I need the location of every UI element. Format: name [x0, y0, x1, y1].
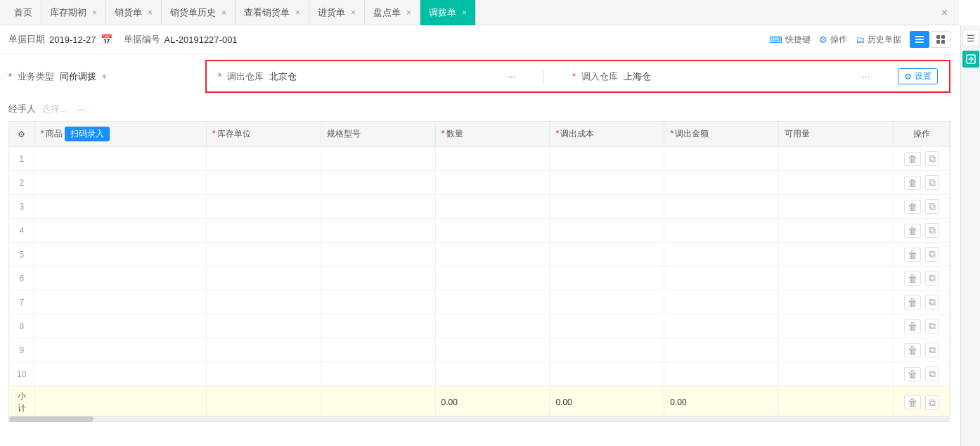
- row-copy-1[interactable]: ⧉: [925, 151, 939, 166]
- row-spec-3[interactable]: [321, 195, 435, 219]
- row-copy-6[interactable]: ⧉: [925, 271, 939, 286]
- row-unit-9[interactable]: [206, 338, 321, 362]
- row-unit-1[interactable]: [206, 147, 321, 171]
- row-copy-7[interactable]: ⧉: [925, 295, 939, 310]
- row-delete-10[interactable]: 🗑: [904, 367, 921, 381]
- row-copy-11[interactable]: ⧉: [925, 395, 939, 410]
- tab-stocktake[interactable]: 盘点单 ×: [365, 0, 420, 25]
- tab-close-view-sale[interactable]: ×: [295, 8, 300, 18]
- row-delete-4[interactable]: 🗑: [904, 224, 921, 238]
- row-cost-10[interactable]: [550, 362, 664, 386]
- table-scrollbar[interactable]: [8, 416, 950, 422]
- table-gear-icon[interactable]: ⚙: [15, 129, 29, 139]
- row-amount-10[interactable]: [664, 362, 779, 386]
- row-cost-8[interactable]: [550, 314, 664, 338]
- row-spec-10[interactable]: [321, 362, 435, 386]
- settings-button[interactable]: ⚙ 设置: [898, 68, 938, 84]
- row-amount-4[interactable]: [664, 219, 779, 243]
- tab-purchase[interactable]: 进货单 ×: [309, 0, 365, 25]
- row-amount-9[interactable]: [664, 338, 779, 362]
- row-delete-8[interactable]: 🗑: [904, 319, 921, 333]
- tab-close-purchase[interactable]: ×: [351, 8, 356, 18]
- row-copy-9[interactable]: ⧉: [925, 343, 939, 357]
- list-view-btn[interactable]: [910, 31, 929, 48]
- row-spec-6[interactable]: [321, 267, 435, 291]
- row-spec-4[interactable]: [321, 219, 435, 243]
- tab-home[interactable]: 首页: [6, 0, 41, 25]
- row-product-7[interactable]: [34, 291, 206, 314]
- row-copy-5[interactable]: ⧉: [925, 247, 939, 262]
- row-delete-7[interactable]: 🗑: [904, 295, 921, 310]
- row-qty-8[interactable]: [435, 314, 550, 338]
- grid-view-btn[interactable]: [931, 31, 950, 48]
- row-cost-4[interactable]: [550, 219, 664, 243]
- row-unit-8[interactable]: [206, 314, 321, 338]
- warehouse-in-more[interactable]: ···: [862, 71, 870, 82]
- row-delete-5[interactable]: 🗑: [904, 248, 921, 262]
- row-product-4[interactable]: [34, 219, 206, 243]
- row-cost-1[interactable]: [550, 147, 664, 171]
- calendar-icon[interactable]: 📅: [101, 34, 112, 45]
- scan-btn[interactable]: 扫码录入: [65, 127, 110, 141]
- tab-close-inventory-init[interactable]: ×: [92, 8, 97, 18]
- history-btn[interactable]: 🗂 历史单据: [856, 34, 901, 46]
- row-product-5[interactable]: [34, 243, 206, 267]
- row-copy-3[interactable]: ⧉: [925, 199, 939, 214]
- handler-input[interactable]: 选择...: [41, 103, 67, 115]
- tab-sale-order[interactable]: 销货单 ×: [106, 0, 162, 25]
- tab-inventory-init[interactable]: 库存期初 ×: [41, 0, 106, 25]
- row-product-3[interactable]: [34, 195, 206, 219]
- row-product-8[interactable]: [34, 314, 206, 338]
- row-unit-6[interactable]: [206, 267, 321, 291]
- row-product-2[interactable]: [34, 171, 206, 195]
- row-delete-9[interactable]: 🗑: [904, 343, 921, 357]
- row-copy-2[interactable]: ⧉: [925, 175, 939, 190]
- row-amount-6[interactable]: [664, 267, 779, 291]
- row-qty-9[interactable]: [435, 338, 550, 362]
- row-amount-7[interactable]: [664, 291, 779, 314]
- tab-close-sale-history[interactable]: ×: [221, 8, 226, 18]
- tab-close-stocktake[interactable]: ×: [406, 8, 411, 18]
- tab-sale-history[interactable]: 销货单历史 ×: [162, 0, 236, 25]
- window-close-button[interactable]: ×: [936, 6, 953, 19]
- row-product-10[interactable]: [34, 362, 206, 386]
- row-qty-2[interactable]: [435, 171, 550, 195]
- sidebar-export-icon[interactable]: [962, 51, 979, 68]
- row-qty-10[interactable]: [435, 362, 550, 386]
- row-amount-5[interactable]: [664, 243, 779, 267]
- row-copy-8[interactable]: ⧉: [925, 319, 939, 333]
- row-cost-9[interactable]: [550, 338, 664, 362]
- row-copy-4[interactable]: ⧉: [925, 223, 939, 238]
- scrollbar-thumb[interactable]: [9, 416, 94, 422]
- row-product-9[interactable]: [34, 338, 206, 362]
- row-amount-2[interactable]: [664, 171, 779, 195]
- row-qty-5[interactable]: [435, 243, 550, 267]
- row-amount-8[interactable]: [664, 314, 779, 338]
- row-cost-2[interactable]: [550, 171, 664, 195]
- tab-view-sale[interactable]: 查看销货单 ×: [236, 0, 309, 25]
- sidebar-list-icon[interactable]: ☰: [962, 30, 979, 46]
- row-spec-9[interactable]: [321, 338, 435, 362]
- row-cost-5[interactable]: [550, 243, 664, 267]
- row-unit-7[interactable]: [206, 291, 321, 314]
- row-unit-4[interactable]: [206, 219, 321, 243]
- row-spec-1[interactable]: [321, 147, 435, 171]
- row-spec-8[interactable]: [321, 314, 435, 338]
- row-delete-11[interactable]: 🗑: [904, 395, 921, 409]
- shortcut-btn[interactable]: ⌨ 快捷键: [769, 34, 811, 46]
- row-spec-2[interactable]: [321, 171, 435, 195]
- row-unit-10[interactable]: [206, 362, 321, 386]
- row-cost-7[interactable]: [550, 291, 664, 314]
- row-delete-6[interactable]: 🗑: [904, 272, 921, 286]
- warehouse-out-more[interactable]: ···: [508, 71, 515, 82]
- tab-transfer[interactable]: 调拨单 ×: [420, 0, 476, 25]
- row-spec-7[interactable]: [321, 291, 435, 314]
- row-cost-6[interactable]: [550, 267, 664, 291]
- row-unit-2[interactable]: [206, 171, 321, 195]
- row-spec-5[interactable]: [321, 243, 435, 267]
- row-product-6[interactable]: [34, 267, 206, 291]
- row-qty-7[interactable]: [435, 291, 550, 314]
- row-unit-3[interactable]: [206, 195, 321, 219]
- row-amount-1[interactable]: [664, 147, 779, 171]
- tab-close-transfer[interactable]: ×: [462, 8, 467, 18]
